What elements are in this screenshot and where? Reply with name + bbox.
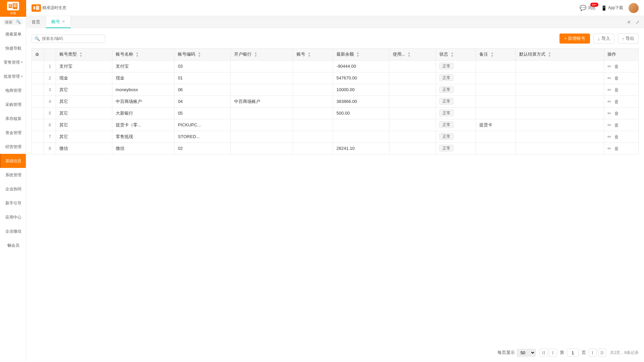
edit-icon[interactable]: ✏ bbox=[607, 146, 611, 151]
row-default-payment bbox=[516, 96, 604, 107]
message-button[interactable]: 💬 消息 99+ bbox=[580, 5, 596, 11]
export-button[interactable]: ↑ 导出 bbox=[618, 34, 639, 44]
sidebar-item-member[interactable]: 畅会员 bbox=[0, 238, 26, 252]
sidebar-item-finance[interactable]: 资金管理 bbox=[0, 126, 26, 140]
row-index: 5 bbox=[44, 107, 56, 119]
th-status[interactable]: 状态 ▲▼ bbox=[436, 49, 476, 61]
sidebar-item-search[interactable]: 搜索菜单 bbox=[0, 27, 26, 41]
tab-account[interactable]: 账号 ✕ bbox=[46, 16, 71, 28]
delete-icon[interactable]: 🗑 bbox=[614, 64, 619, 69]
row-settings-cell bbox=[32, 96, 44, 107]
search-icon: 🔍 bbox=[35, 36, 40, 41]
sidebar-item-purchase[interactable]: 采购管理 bbox=[0, 98, 26, 112]
status-badge: 正常 bbox=[439, 145, 453, 152]
delete-icon[interactable]: 🗑 bbox=[614, 146, 619, 151]
sidebar-search-input[interactable] bbox=[5, 20, 15, 24]
sort-icons-type: ▲▼ bbox=[79, 52, 83, 58]
row-status: 正常 bbox=[436, 96, 476, 107]
delete-icon[interactable]: 🗑 bbox=[614, 99, 619, 104]
tab-account-close[interactable]: ✕ bbox=[62, 20, 65, 23]
search-input[interactable] bbox=[42, 36, 102, 41]
th-balance[interactable]: 最新余额 ▲▼ bbox=[333, 49, 389, 61]
row-name: 微信 bbox=[112, 142, 174, 154]
sidebar-item-enterprise[interactable]: 企业协同 bbox=[0, 182, 26, 196]
message-icon: 💬 bbox=[580, 5, 586, 11]
next-page-button[interactable]: ⟩ bbox=[589, 349, 597, 357]
tab-expand-button[interactable]: ⤢ bbox=[634, 18, 641, 26]
table-row: 5 其它 大新银行 05 500.00 正常 ✏ 🗑 bbox=[32, 107, 639, 119]
status-badge: 正常 bbox=[439, 121, 453, 128]
row-code: 06 bbox=[174, 84, 231, 96]
delete-icon[interactable]: 🗑 bbox=[614, 122, 619, 128]
sidebar-item-inventory[interactable]: 库存核算 bbox=[0, 112, 26, 126]
edit-icon[interactable]: ✏ bbox=[607, 99, 611, 104]
row-index: 4 bbox=[44, 96, 56, 107]
edit-icon[interactable]: ✏ bbox=[607, 87, 611, 93]
import-button[interactable]: ↓ 导入 bbox=[593, 34, 614, 44]
sidebar-item-retail[interactable]: 零售管理 ▼ bbox=[0, 55, 26, 69]
edit-icon[interactable]: ✏ bbox=[607, 134, 611, 139]
th-code[interactable]: 账号编码 ▲▼ bbox=[174, 49, 231, 61]
sidebar-nav: 搜索菜单 快捷导航 零售管理 ▼ 批发管理 ▼ 电商管理 采购管理 库存核算 资… bbox=[0, 27, 26, 362]
sort-icons-name: ▲▼ bbox=[136, 52, 139, 58]
sidebar-search-box[interactable]: 🔍 bbox=[3, 19, 23, 25]
toolbar: 🔍 + 新增账号 ↓ 导入 ↑ 导出 bbox=[32, 34, 639, 44]
th-type[interactable]: 账号类型 ▲▼ bbox=[56, 49, 112, 61]
row-remark bbox=[476, 131, 516, 142]
row-settings-cell bbox=[32, 72, 44, 84]
sidebar-item-appstore[interactable]: 应用中心 bbox=[0, 210, 26, 224]
row-index: 8 bbox=[44, 142, 56, 154]
row-bank bbox=[231, 60, 293, 72]
search-box[interactable]: 🔍 bbox=[32, 35, 105, 43]
sidebar-item-system[interactable]: 系统管理 bbox=[0, 168, 26, 182]
th-account[interactable]: 账号 ▲▼ bbox=[293, 49, 333, 61]
delete-icon[interactable]: 🗑 bbox=[614, 75, 619, 81]
prev-page-button[interactable]: ⟨ bbox=[549, 349, 557, 357]
logo-icon bbox=[7, 2, 19, 10]
per-page-label: 每页显示 bbox=[497, 350, 515, 356]
th-default-payment[interactable]: 默认结算方式 ▲▼ bbox=[516, 49, 604, 61]
sidebar-item-newbie[interactable]: 新手引导 bbox=[0, 196, 26, 210]
sidebar-item-shortcut[interactable]: 快捷导航 bbox=[0, 41, 26, 55]
page-suffix: 页 bbox=[582, 350, 586, 356]
top-logo-icon bbox=[32, 4, 41, 12]
th-bank[interactable]: 开户银行 ▲▼ bbox=[231, 49, 293, 61]
top-bar: 精准适时生意 💬 消息 99+ 📱 App下载 bbox=[26, 0, 644, 16]
delete-icon[interactable]: 🗑 bbox=[614, 87, 619, 93]
sidebar-item-wholesale[interactable]: 批发管理 ▼ bbox=[0, 69, 26, 83]
per-page-selector[interactable]: 50 20 100 bbox=[517, 349, 536, 357]
row-settings-cell bbox=[32, 119, 44, 131]
sidebar-item-label: 系统管理 bbox=[5, 172, 21, 178]
tab-home[interactable]: 首页 bbox=[26, 16, 46, 28]
user-avatar[interactable] bbox=[629, 3, 639, 13]
accounts-table: ⚙ 账号类型 ▲▼ 账号名称 ▲▼ 账号编码 ▲▼ 开户 bbox=[32, 48, 639, 155]
last-page-button[interactable]: ⟩⟩ bbox=[598, 349, 606, 357]
sidebar-item-operations[interactable]: 经营管理 bbox=[0, 140, 26, 154]
search-icon: 🔍 bbox=[16, 20, 21, 24]
sidebar-item-basic[interactable]: 基础信息 bbox=[0, 154, 26, 168]
edit-icon[interactable]: ✏ bbox=[607, 111, 611, 116]
th-name[interactable]: 账号名称 ▲▼ bbox=[112, 49, 174, 61]
row-index: 3 bbox=[44, 84, 56, 96]
svg-rect-7 bbox=[33, 6, 35, 9]
edit-icon[interactable]: ✏ bbox=[607, 122, 611, 128]
page-number-input[interactable] bbox=[567, 349, 579, 357]
delete-icon[interactable]: 🗑 bbox=[614, 111, 619, 116]
edit-icon[interactable]: ✏ bbox=[607, 75, 611, 81]
app-download-button[interactable]: 📱 App下载 bbox=[601, 5, 623, 11]
tab-account-label: 账号 bbox=[51, 19, 60, 25]
th-remark[interactable]: 备注 ▲▼ bbox=[476, 49, 516, 61]
row-actions: ✏ 🗑 bbox=[604, 107, 638, 119]
sidebar-item-wechat[interactable]: 企业微信 bbox=[0, 224, 26, 238]
th-gear[interactable]: ⚙ bbox=[32, 49, 44, 61]
row-status: 正常 bbox=[436, 72, 476, 84]
edit-icon[interactable]: ✏ bbox=[607, 64, 611, 69]
expand-icon: ▼ bbox=[20, 75, 23, 78]
delete-icon[interactable]: 🗑 bbox=[614, 134, 619, 139]
th-usage[interactable]: 使用... ▲▼ bbox=[389, 49, 436, 61]
row-status: 正常 bbox=[436, 107, 476, 119]
tab-close-button[interactable]: ✕ bbox=[625, 18, 633, 26]
first-page-button[interactable]: ⟨⟨ bbox=[540, 349, 548, 357]
add-account-button[interactable]: + 新增账号 bbox=[559, 34, 590, 44]
sidebar-item-ecommerce[interactable]: 电商管理 bbox=[0, 83, 26, 98]
